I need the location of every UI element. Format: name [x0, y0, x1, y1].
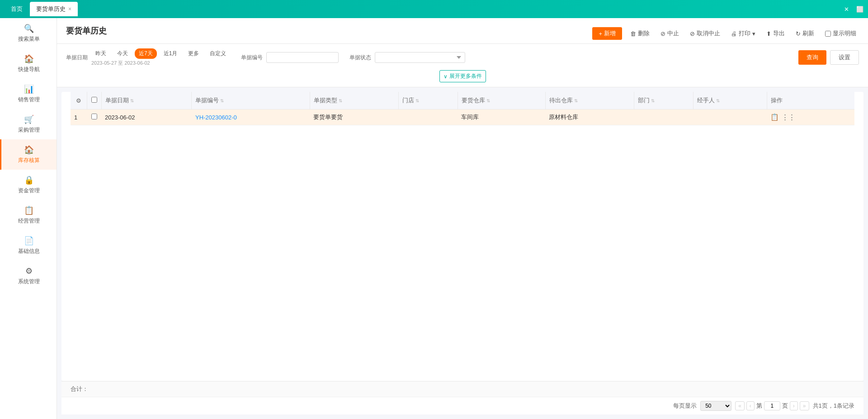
show-detail-input[interactable]: [825, 31, 831, 37]
sidebar-item-inventory[interactable]: 🏠 库存核算: [0, 139, 57, 170]
refresh-button[interactable]: ↻ 刷新: [793, 28, 817, 39]
select-all-checkbox[interactable]: [91, 97, 97, 103]
last-page-btn[interactable]: »: [800, 401, 809, 410]
cancel-stop-button[interactable]: ⊘ 取消中止: [687, 28, 723, 39]
status-filter-group: 单据状态: [349, 52, 465, 63]
tab-home[interactable]: 首页: [5, 2, 29, 16]
month-btn[interactable]: 近1月: [160, 48, 182, 59]
date-shortcuts: 昨天 今天 近7天 近1月 更多 自定义 2023-05-27 至 2023-0…: [91, 48, 230, 67]
week-btn[interactable]: 近7天: [135, 48, 157, 59]
sidebar-item-search[interactable]: 🔍 搜索菜单: [0, 18, 57, 48]
sort-req-warehouse-icon[interactable]: ⇅: [486, 98, 490, 103]
th-req-warehouse: 要货仓库⇅: [458, 92, 545, 110]
refresh-icon: ↻: [796, 30, 801, 37]
new-button[interactable]: + 新增: [592, 27, 622, 40]
sidebar-item-sales[interactable]: 📊 销售管理: [0, 79, 57, 109]
th-store: 门店⇅: [399, 92, 458, 110]
tab-requisition-history[interactable]: 要货单历史 ×: [30, 2, 78, 16]
query-button[interactable]: 查询: [798, 50, 826, 65]
close-tab-icon[interactable]: ×: [68, 6, 71, 12]
window-maximize-btn[interactable]: ⬜: [856, 6, 863, 13]
sort-doc-type-icon[interactable]: ⇅: [339, 98, 342, 103]
sidebar-item-search-label: 搜索菜单: [18, 35, 40, 43]
sidebar-item-finance[interactable]: 🔒 资金管理: [0, 170, 57, 200]
today-btn[interactable]: 今天: [113, 48, 132, 59]
sidebar-item-operations-label: 经营管理: [18, 217, 40, 225]
row-more-icon[interactable]: ⋮⋮: [782, 113, 795, 121]
expand-arrow-icon: ∨: [443, 73, 448, 80]
page-nav: « ‹ 第 页 › »: [735, 401, 809, 410]
custom-btn[interactable]: 自定义: [206, 48, 230, 59]
show-detail-checkbox[interactable]: 显示明细: [822, 28, 859, 39]
sort-department-icon[interactable]: ⇅: [651, 98, 655, 103]
sort-pending-warehouse-icon[interactable]: ⇅: [574, 98, 578, 103]
content-area: 要货单历史 + 新增 🗑 删除 ⊘ 中止 ⊘: [57, 18, 868, 419]
first-page-btn[interactable]: «: [735, 401, 745, 410]
th-handler: 经手人⇅: [693, 92, 767, 110]
page-size-select[interactable]: 50 10 20 100: [700, 401, 731, 411]
sidebar-item-basic-info-label: 基础信息: [18, 248, 40, 255]
delete-button[interactable]: 🗑 删除: [627, 28, 652, 39]
doc-no-filter-group: 单据编号: [241, 52, 339, 63]
gear-icon: ⚙: [25, 266, 33, 276]
row-ops: 📋 ⋮⋮: [767, 110, 854, 125]
date-shortcut-buttons: 昨天 今天 近7天 近1月 更多 自定义: [91, 48, 230, 59]
settings-button[interactable]: 设置: [830, 50, 859, 65]
doc-no-input[interactable]: [266, 52, 339, 63]
sidebar-item-finance-label: 资金管理: [18, 187, 40, 195]
row-edit-icon[interactable]: 📋: [770, 113, 779, 121]
stop-button[interactable]: ⊘ 中止: [658, 28, 682, 39]
main-layout: 🔍 搜索菜单 🏠 快捷导航 📊 销售管理 🛒 采购管理 🏠 库存核算 🔒 资金管…: [0, 18, 868, 419]
page-size-label: 每页显示: [673, 402, 697, 410]
data-table: ⚙ 单据日期⇅ 单据编号⇅ 单据类型⇅: [71, 92, 854, 125]
th-doc-type: 单据类型⇅: [310, 92, 398, 110]
date-range-display: 2023-05-27 至 2023-06-02: [91, 60, 230, 67]
sidebar-item-basic-info[interactable]: 📄 基础信息: [0, 230, 57, 261]
row-handler: [693, 110, 767, 125]
table-gear-icon[interactable]: ⚙: [76, 97, 81, 104]
sort-store-icon[interactable]: ⇅: [415, 98, 419, 103]
search-icon: 🔍: [24, 24, 34, 33]
yesterday-btn[interactable]: 昨天: [91, 48, 110, 59]
sort-doc-no-icon[interactable]: ⇅: [220, 98, 224, 103]
doc-icon: 📄: [24, 236, 34, 246]
more-btn[interactable]: 更多: [184, 48, 203, 59]
row-doc-date: 2023-06-02: [101, 110, 192, 125]
print-button[interactable]: 🖨 打印 ▾: [728, 28, 758, 39]
row-doc-no-link[interactable]: YH-20230602-0: [195, 114, 237, 121]
expand-more-btn[interactable]: ∨ 展开更多条件: [439, 70, 486, 82]
chart-icon: 📊: [24, 84, 34, 94]
prev-page-btn[interactable]: ‹: [746, 401, 755, 410]
filter-row: 单据日期 昨天 今天 近7天 近1月 更多 自定义 2023-05-27 至 2…: [66, 48, 859, 67]
print-arrow-icon: ▾: [752, 30, 755, 37]
home-icon: 🏠: [24, 54, 34, 64]
next-page-btn[interactable]: ›: [790, 401, 798, 410]
top-bar-tabs: 首页 要货单历史 ×: [5, 2, 844, 16]
date-label: 单据日期: [66, 54, 88, 62]
page-of-label: 页: [782, 402, 788, 410]
th-gear: ⚙: [71, 92, 87, 110]
doc-no-label: 单据编号: [241, 54, 263, 62]
filter-actions: 查询 设置: [798, 50, 859, 65]
th-checkbox: [87, 92, 101, 110]
status-select[interactable]: [375, 52, 465, 63]
sort-doc-date-icon[interactable]: ⇅: [130, 98, 134, 103]
row-checkbox[interactable]: [91, 114, 97, 119]
sidebar-item-system[interactable]: ⚙ 系统管理: [0, 261, 57, 291]
row-ops-buttons: 📋 ⋮⋮: [770, 113, 851, 121]
clipboard-icon: 📋: [24, 205, 34, 215]
th-doc-no: 单据编号⇅: [192, 92, 310, 110]
sidebar-item-purchase[interactable]: 🛒 采购管理: [0, 109, 57, 139]
sidebar-item-quick-nav[interactable]: 🏠 快捷导航: [0, 48, 57, 79]
row-doc-type: 要货单要货: [310, 110, 398, 125]
table-header-row: ⚙ 单据日期⇅ 单据编号⇅ 单据类型⇅: [71, 92, 854, 110]
delete-icon: 🗑: [630, 30, 636, 37]
sort-handler-icon[interactable]: ⇅: [716, 98, 720, 103]
row-index: 1: [71, 110, 87, 125]
export-button[interactable]: ⬆ 导出: [764, 28, 788, 39]
window-close-btn[interactable]: ✕: [844, 6, 849, 13]
sidebar-item-system-label: 系统管理: [18, 278, 40, 286]
sidebar-item-operations[interactable]: 📋 经营管理: [0, 200, 57, 230]
page-input[interactable]: [764, 401, 780, 410]
table-row: 1 2023-06-02 YH-20230602-0 要货单要货 车间库 原材料…: [71, 110, 854, 125]
